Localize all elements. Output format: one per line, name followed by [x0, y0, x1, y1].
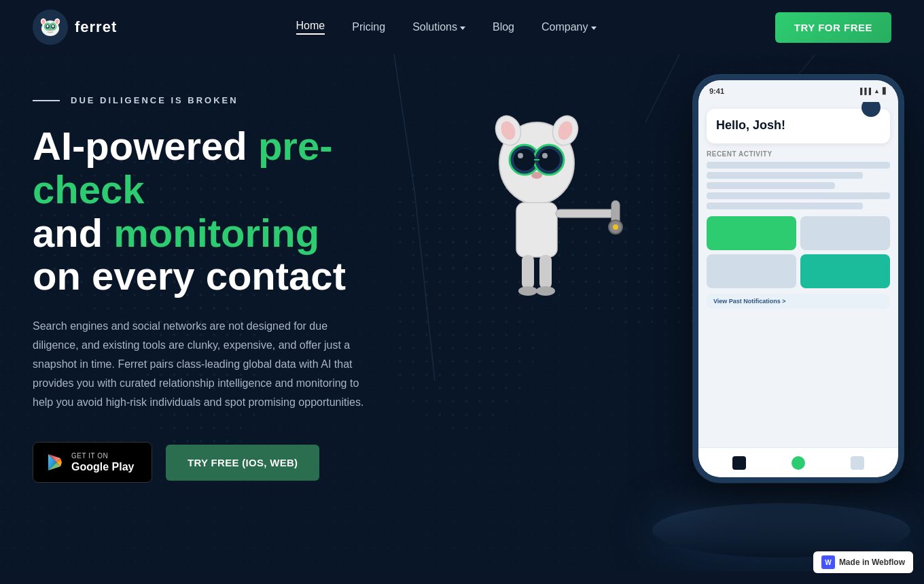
phone-activity-row	[707, 192, 890, 199]
phone-wifi-icon: ▲	[874, 88, 880, 95]
svg-point-51	[613, 224, 618, 230]
phone-greeting-card: Hello, Josh!	[707, 109, 890, 143]
phone-cards-grid	[707, 216, 890, 288]
phone-activity-list	[707, 162, 890, 209]
svg-point-41	[514, 149, 535, 171]
svg-point-44	[542, 153, 548, 158]
robot-character-illustration	[469, 82, 645, 367]
svg-rect-52	[522, 255, 534, 289]
phone-status-icons: ▐▐▐ ▲ ▋	[858, 88, 887, 95]
webflow-badge[interactable]: W Made in Webflow	[813, 551, 913, 573]
nav-links: Home Pricing Solutions Blog Company	[296, 20, 597, 35]
nav-solutions[interactable]: Solutions	[412, 21, 465, 33]
phone-user-avatar	[861, 102, 881, 117]
solutions-chevron-icon	[460, 27, 465, 30]
eyebrow-text: DUE DILIGENCE IS BROKEN	[71, 95, 238, 105]
cta-buttons-row: GET IT ON Google Play TRY FREE (IOS, WEB…	[33, 442, 420, 483]
nav-home[interactable]: Home	[296, 20, 325, 35]
phone-nav-other-icon[interactable]	[851, 456, 864, 470]
phone-app-content: Hello, Josh! Recent Activity	[698, 102, 898, 447]
phone-activity-row	[707, 162, 890, 169]
svg-point-9	[47, 25, 49, 28]
nav-blog[interactable]: Blog	[493, 21, 514, 33]
try-free-ios-button[interactable]: TRY FREE (IOS, WEB)	[166, 445, 319, 481]
logo[interactable]: ferret	[33, 10, 117, 45]
google-play-text: GET IT ON Google Play	[71, 452, 134, 473]
webflow-badge-label: Made in Webflow	[839, 557, 905, 567]
hero-illustration: 9:41 ▐▐▐ ▲ ▋ Hello, Josh! Recent Activit…	[455, 54, 924, 571]
hero-section: DUE DILIGENCE IS BROKEN AI-powered pre-c…	[0, 54, 924, 571]
heading-green-2: monitoring	[113, 211, 319, 255]
phone-signal-icon: ▐▐▐	[858, 88, 871, 95]
heading-white-1: AI-powered	[33, 124, 258, 168]
svg-point-55	[536, 286, 555, 296]
svg-rect-48	[556, 209, 617, 218]
webflow-logo-icon: W	[821, 555, 835, 569]
phone-activity-row	[707, 203, 863, 209]
google-play-label-large: Google Play	[71, 460, 134, 473]
hero-heading: AI-powered pre-check and monitoring on e…	[33, 124, 420, 298]
phone-time: 9:41	[709, 87, 724, 95]
phone-section-label: Recent Activity	[707, 150, 890, 158]
google-play-button[interactable]: GET IT ON Google Play	[33, 442, 152, 483]
phone-card-green	[707, 216, 796, 250]
svg-point-10	[52, 25, 54, 28]
heading-white-3: on every contact	[33, 254, 346, 298]
svg-point-42	[538, 149, 560, 171]
nav-pricing[interactable]: Pricing	[352, 21, 385, 33]
google-play-label-small: GET IT ON	[71, 452, 134, 460]
phone-card-gray-2	[707, 254, 796, 288]
phone-card-gray	[800, 216, 890, 250]
phone-bottom-nav	[698, 447, 898, 477]
phone-activity-row	[707, 172, 863, 179]
eyebrow-banner: DUE DILIGENCE IS BROKEN	[33, 95, 420, 105]
google-play-icon	[46, 453, 65, 472]
hero-description: Search engines and social networks are n…	[33, 317, 366, 412]
phone-mockup: 9:41 ▐▐▐ ▲ ▋ Hello, Josh! Recent Activit…	[693, 75, 904, 483]
phone-battery-icon: ▋	[883, 88, 887, 95]
phone-nav-search-icon[interactable]	[792, 456, 805, 470]
phone-status-bar: 9:41 ▐▐▐ ▲ ▋	[698, 80, 898, 102]
phone-activity-row	[707, 182, 835, 189]
heading-white-2: and	[33, 211, 113, 255]
svg-point-54	[518, 286, 537, 296]
phone-nav-home-icon[interactable]	[732, 456, 746, 470]
phone-card-teal	[800, 254, 890, 288]
nav-company[interactable]: Company	[541, 21, 596, 33]
navbar: ferret Home Pricing Solutions Blog Compa…	[0, 0, 924, 54]
logo-text: ferret	[75, 18, 117, 36]
eyebrow-line	[33, 100, 60, 101]
hero-left-content: DUE DILIGENCE IS BROKEN AI-powered pre-c…	[33, 82, 420, 483]
svg-rect-53	[539, 255, 552, 289]
company-chevron-icon	[591, 27, 597, 30]
phone-pedestal	[652, 503, 910, 557]
try-for-free-button[interactable]: TRY FOR FREE	[775, 12, 891, 43]
phone-screen: 9:41 ▐▐▐ ▲ ▋ Hello, Josh! Recent Activit…	[698, 80, 898, 477]
phone-greeting-text: Hello, Josh!	[716, 118, 881, 133]
svg-point-43	[518, 153, 523, 158]
svg-rect-47	[516, 203, 557, 257]
phone-notification[interactable]: View Past Notifications >	[707, 294, 890, 309]
ferret-logo-icon	[33, 10, 68, 45]
svg-point-46	[531, 172, 542, 179]
